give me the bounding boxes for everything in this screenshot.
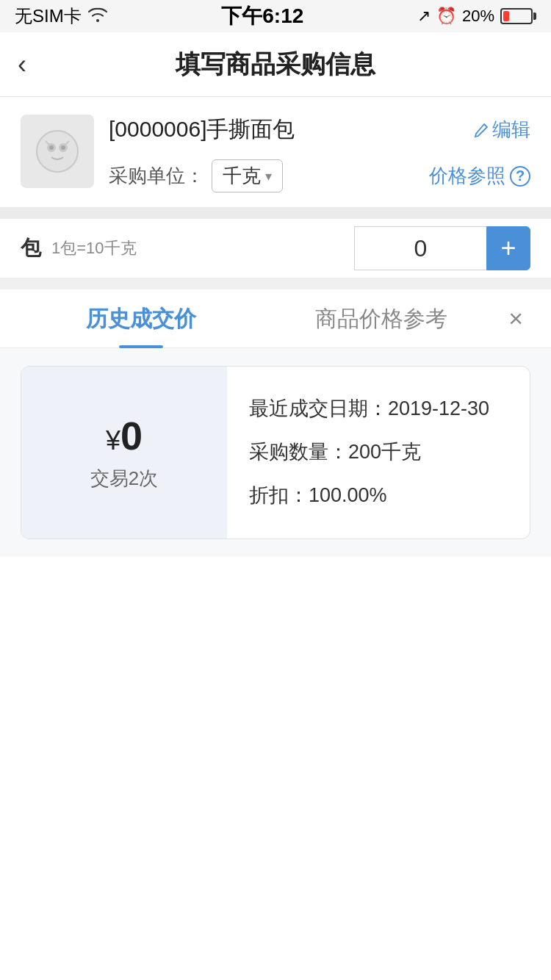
unit-row: 采购单位： 千克 ▾ bbox=[109, 159, 283, 192]
recent-date-row: 最近成交日期：2019-12-30 bbox=[249, 393, 508, 425]
product-name: [0000006]手撕面包 bbox=[109, 115, 295, 145]
quantity-label: 包 1包=10千克 bbox=[21, 234, 137, 262]
edit-button[interactable]: 编辑 bbox=[473, 117, 530, 143]
transaction-count: 交易2次 bbox=[90, 466, 158, 491]
price-ref-label: 价格参照 bbox=[429, 163, 505, 189]
price-amount: ¥0 bbox=[106, 413, 143, 458]
nav-bar: ‹ 填写商品采购信息 bbox=[0, 32, 551, 97]
status-time: 下午6:12 bbox=[221, 2, 303, 30]
wifi-icon bbox=[87, 6, 108, 26]
tabs-header: 历史成交价 商品价格参考 × bbox=[0, 289, 551, 348]
purchase-qty-row: 采购数量：200千克 bbox=[249, 436, 508, 468]
status-right: ↗ ⏰ 20% bbox=[417, 7, 536, 26]
unit-label: 采购单位： bbox=[109, 163, 204, 189]
product-meta: 采购单位： 千克 ▾ 价格参照 ? bbox=[109, 159, 530, 192]
qty-label: 采购数量： bbox=[249, 441, 348, 463]
status-left: 无SIM卡 bbox=[15, 4, 108, 28]
unit-selector[interactable]: 千克 ▾ bbox=[212, 159, 283, 192]
help-icon: ? bbox=[510, 166, 530, 187]
status-bar: 无SIM卡 下午6:12 ↗ ⏰ 20% bbox=[0, 0, 551, 32]
product-details: [0000006]手撕面包 编辑 采购单位： 千克 ▾ 价格参照 ? bbox=[109, 115, 530, 192]
unit-conversion: 1包=10千克 bbox=[51, 237, 137, 259]
discount-row: 折扣：100.00% bbox=[249, 480, 508, 511]
quantity-controls: + bbox=[354, 226, 530, 270]
battery-percent: 20% bbox=[462, 7, 494, 26]
chevron-down-icon: ▾ bbox=[265, 168, 272, 184]
discount-label: 折扣： bbox=[249, 484, 309, 506]
tab-close-button[interactable]: × bbox=[501, 304, 530, 333]
quantity-plus-button[interactable]: + bbox=[486, 226, 530, 270]
quantity-section: 包 1包=10千克 + bbox=[0, 219, 551, 278]
svg-point-0 bbox=[37, 131, 78, 172]
product-header: [0000006]手撕面包 编辑 bbox=[109, 115, 530, 145]
location-icon: ↗ bbox=[417, 7, 431, 26]
discount-value: 100.00% bbox=[309, 484, 387, 506]
tab-history-price[interactable]: 历史成交价 bbox=[21, 289, 261, 348]
tab-price-ref[interactable]: 商品价格参考 bbox=[261, 289, 501, 348]
alarm-icon: ⏰ bbox=[436, 7, 456, 26]
tabs-section: 历史成交价 商品价格参考 × ¥0 交易2次 最近成交日期：2019-12-30… bbox=[0, 289, 551, 980]
date-value: 2019-12-30 bbox=[388, 397, 489, 419]
qty-value: 200千克 bbox=[348, 441, 421, 463]
main-content-area bbox=[0, 557, 551, 980]
date-label: 最近成交日期： bbox=[249, 397, 388, 419]
unit-badge: 包 bbox=[21, 234, 41, 262]
section-divider bbox=[0, 207, 551, 219]
tab-content: ¥0 交易2次 最近成交日期：2019-12-30 采购数量：200千克 折扣：… bbox=[0, 348, 551, 557]
svg-point-3 bbox=[49, 145, 54, 150]
price-left-panel: ¥0 交易2次 bbox=[21, 367, 227, 538]
price-right-panel: 最近成交日期：2019-12-30 采购数量：200千克 折扣：100.00% bbox=[227, 367, 530, 538]
back-button[interactable]: ‹ bbox=[18, 49, 26, 80]
svg-point-4 bbox=[61, 145, 65, 150]
unit-value: 千克 bbox=[223, 163, 261, 189]
page-title: 填写商品采购信息 bbox=[176, 48, 375, 82]
product-section: [0000006]手撕面包 编辑 采购单位： 千克 ▾ 价格参照 ? bbox=[0, 97, 551, 207]
quantity-input[interactable] bbox=[354, 226, 486, 270]
product-thumbnail bbox=[21, 115, 94, 188]
history-price-card: ¥0 交易2次 最近成交日期：2019-12-30 采购数量：200千克 折扣：… bbox=[21, 366, 530, 539]
battery-icon bbox=[500, 8, 536, 24]
currency-symbol: ¥ bbox=[106, 425, 120, 455]
no-sim-label: 无SIM卡 bbox=[15, 4, 82, 28]
price-ref-button[interactable]: 价格参照 ? bbox=[429, 163, 530, 189]
